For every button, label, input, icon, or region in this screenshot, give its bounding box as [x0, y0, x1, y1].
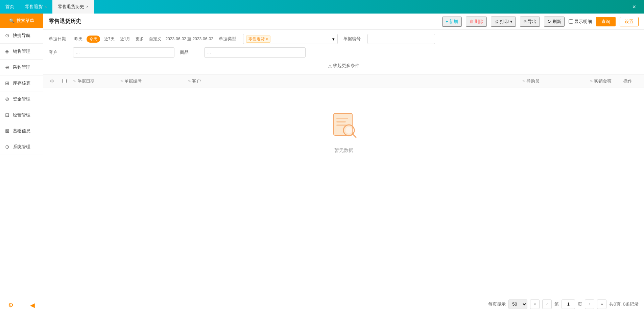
- date-range-display: 2023-06-02 至 2023-06-02: [165, 36, 213, 42]
- sales-mgmt-icon: ◈: [4, 48, 10, 54]
- page-size-select[interactable]: 10 20 50 100: [508, 299, 527, 309]
- sidebar-item-basic-info[interactable]: ⊠ 基础信息: [0, 123, 43, 139]
- page-title: 零售退货历史: [49, 18, 442, 25]
- sidebar-nav: ⊙ 快捷导航 ◈ 销售管理 ⊕ 采购管理 ⊞ 库存核算 ⊘ 资金管理 ⊟ 经营管…: [0, 28, 43, 298]
- sidebar-item-purchase-mgmt[interactable]: ⊕ 采购管理: [0, 60, 43, 75]
- search-icon: 🔍: [9, 18, 15, 23]
- svg-rect-1: [336, 118, 348, 119]
- sort-icon-guide: ⇅: [522, 79, 525, 83]
- quick-nav-icon: ⊙: [4, 32, 10, 39]
- th-customer[interactable]: ⇅ 客户: [185, 78, 520, 84]
- doc-type-select[interactable]: 零售退货 × ▾: [243, 34, 338, 44]
- top-bar-right: ×: [629, 3, 644, 10]
- select-all-checkbox[interactable]: [62, 79, 67, 83]
- last-page-button[interactable]: »: [597, 299, 606, 309]
- th-action: 操作: [614, 78, 641, 84]
- header-actions: + 新增 🗑 删除 🖨 打印 ▾ ⊙ 导出 ↻ 刷新 显示明细: [442, 17, 639, 27]
- main-layout: 🔍 搜索菜单 ⊙ 快捷导航 ◈ 销售管理 ⊕ 采购管理 ⊞ 库存核算 ⊘ 资金管: [0, 14, 644, 312]
- sidebar-bottom: ⚙ ◀: [0, 298, 43, 312]
- settings-bottom-icon[interactable]: ⚙: [8, 302, 14, 309]
- sidebar-item-system[interactable]: ⊙ 系统管理: [0, 139, 43, 155]
- tab-retail-return-history[interactable]: 零售退货历史 ×: [52, 0, 94, 14]
- empty-state: 暂无数据: [43, 88, 644, 174]
- page-size-label: 每页显示: [488, 301, 506, 307]
- doc-type-label: 单据类型: [219, 36, 238, 42]
- print-dropdown-icon: ▾: [510, 19, 512, 24]
- next-page-button[interactable]: ›: [585, 299, 594, 309]
- doc-number-input[interactable]: [367, 34, 435, 44]
- table-area: ⚙ ⇅ 单据日期 ⇅ 单据编号 ⇅ 客户 ⇅: [43, 74, 644, 296]
- collapse-sidebar-icon[interactable]: ◀: [30, 302, 35, 309]
- setting-button[interactable]: 设置: [620, 17, 639, 26]
- date-btn-more[interactable]: 更多: [134, 36, 145, 43]
- collapse-icon: △: [328, 63, 332, 68]
- sidebar-item-inventory[interactable]: ⊞ 库存核算: [0, 75, 43, 91]
- doc-type-tag-close[interactable]: ×: [266, 37, 268, 41]
- settings-icon: ⚙: [50, 79, 54, 84]
- jump-suffix: 页: [578, 301, 582, 307]
- table-header: ⚙ ⇅ 单据日期 ⇅ 单据编号 ⇅ 客户 ⇅: [43, 74, 644, 88]
- empty-icon: [327, 108, 361, 142]
- th-guide[interactable]: ⇅ 导购员: [520, 78, 574, 84]
- doc-number-label: 单据编号: [343, 36, 362, 42]
- th-date[interactable]: ⇅ 单据日期: [70, 78, 118, 84]
- date-btn-1month[interactable]: 近1月: [119, 36, 132, 43]
- svg-point-5: [345, 127, 352, 134]
- tab-retail-return[interactable]: 零售退货 ×: [20, 0, 52, 14]
- window-close-button[interactable]: ×: [629, 3, 639, 10]
- search-menu-button[interactable]: 🔍 搜索菜单: [0, 14, 43, 28]
- collapse-button[interactable]: △ 收起更多条件: [49, 61, 639, 70]
- sidebar-item-sales-mgmt[interactable]: ◈ 销售管理: [0, 44, 43, 60]
- date-btn-7days[interactable]: 近7天: [103, 36, 116, 43]
- delete-button[interactable]: 🗑 删除: [466, 17, 487, 27]
- filter-area: 单据日期 昨天 今天 近7天 近1月 更多 自定义 2023-06-02 至 2…: [43, 30, 644, 74]
- goods-input[interactable]: [204, 47, 306, 58]
- basic-info-icon: ⊠: [4, 128, 10, 134]
- filter-row-2: 客户 商品: [49, 47, 639, 58]
- pagination-bar: 每页显示 10 20 50 100 « ‹ 第 页 › » 共0页, 0条记录: [43, 296, 644, 312]
- query-button[interactable]: 查询: [596, 17, 616, 26]
- date-filters: 昨天 今天 近7天 近1月 更多 自定义 2023-06-02 至 2023-0…: [73, 36, 213, 43]
- jump-prefix: 第: [554, 301, 559, 307]
- sidebar-item-finance[interactable]: ⊘ 资金管理: [0, 91, 43, 107]
- doc-type-tag: 零售退货 ×: [246, 36, 270, 43]
- sort-icon-date: ⇅: [73, 79, 76, 83]
- print-button[interactable]: 🖨 打印 ▾: [491, 17, 516, 27]
- date-btn-yesterday[interactable]: 昨天: [73, 36, 84, 43]
- th-checkbox[interactable]: [58, 79, 70, 83]
- th-amount[interactable]: ⇅ 实销金额: [574, 78, 614, 84]
- inventory-icon: ⊞: [4, 80, 10, 86]
- sidebar: 🔍 搜索菜单 ⊙ 快捷导航 ◈ 销售管理 ⊕ 采购管理 ⊞ 库存核算 ⊘ 资金管: [0, 14, 43, 312]
- refresh-button[interactable]: ↻ 刷新: [544, 17, 565, 27]
- total-label: 共0页, 0条记录: [609, 301, 639, 307]
- prev-page-button[interactable]: ‹: [542, 299, 552, 309]
- empty-text: 暂无数据: [334, 148, 353, 154]
- th-number[interactable]: ⇅ 单据编号: [118, 78, 185, 84]
- date-btn-custom[interactable]: 自定义: [148, 36, 163, 43]
- date-filter-label: 单据日期: [49, 36, 68, 42]
- purchase-mgmt-icon: ⊕: [4, 64, 10, 70]
- show-details-checkbox[interactable]: 显示明细: [569, 19, 592, 25]
- filter-row-1: 单据日期 昨天 今天 近7天 近1月 更多 自定义 2023-06-02 至 2…: [49, 34, 639, 44]
- operations-icon: ⊟: [4, 112, 10, 118]
- page-number-input[interactable]: [562, 299, 575, 309]
- finance-icon: ⊘: [4, 96, 10, 102]
- tab-home[interactable]: 首页: [0, 0, 20, 14]
- tab-retail-return-history-close[interactable]: ×: [86, 4, 89, 9]
- sidebar-item-quick-nav[interactable]: ⊙ 快捷导航: [0, 28, 43, 44]
- first-page-button[interactable]: «: [530, 299, 540, 309]
- th-settings[interactable]: ⚙: [46, 79, 58, 84]
- top-bar: 首页 零售退货 × 零售退货历史 × ×: [0, 0, 644, 14]
- doc-type-dropdown-icon: ▾: [332, 37, 335, 42]
- tab-retail-return-close[interactable]: ×: [45, 4, 47, 9]
- customer-input[interactable]: [73, 47, 174, 58]
- date-btn-today[interactable]: 今天: [87, 36, 100, 43]
- show-details-input[interactable]: [569, 19, 573, 24]
- sort-icon-customer: ⇅: [188, 79, 191, 83]
- goods-filter-label: 商品: [180, 49, 199, 55]
- new-button[interactable]: + 新增: [442, 17, 461, 27]
- sidebar-item-operations[interactable]: ⊟ 经营管理: [0, 107, 43, 123]
- export-button[interactable]: ⊙ 导出: [520, 17, 540, 27]
- page-header: 零售退货历史 + 新增 🗑 删除 🖨 打印 ▾ ⊙ 导出 ↻ 刷新: [43, 14, 644, 30]
- sort-icon-number: ⇅: [120, 79, 123, 83]
